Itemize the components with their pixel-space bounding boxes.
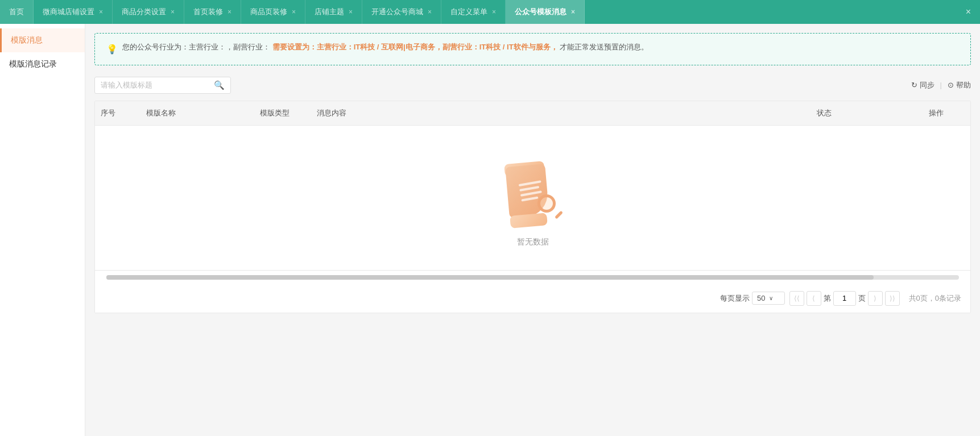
tab-bar: 首页 微商城店铺设置 × 商品分类设置 × 首页装修 × 商品页装修 × 店铺主… xyxy=(0,0,980,24)
sync-label: 同步 xyxy=(920,80,934,90)
sidebar-item-template-msg[interactable]: 模版消息 xyxy=(0,28,85,52)
info-banner-suffix: 才能正常发送预置的消息。 xyxy=(560,43,648,51)
search-input[interactable] xyxy=(101,81,214,89)
col-content-label: 消息内容 xyxy=(317,109,346,117)
col-status: 状态 xyxy=(811,101,902,125)
col-seq: 序号 xyxy=(95,101,140,125)
prev-page-icon: ⟨ xyxy=(812,294,815,302)
tab-custom-menu[interactable]: 自定义菜单 × xyxy=(441,0,506,24)
col-status-label: 状态 xyxy=(817,109,832,117)
first-page-icon: ⟨⟨ xyxy=(794,294,800,302)
main-layout: 模版消息 模版消息记录 💡 您的公众号行业为：主营行业：，副营行业： 需要设置为… xyxy=(0,24,980,436)
close-tab-home-decor[interactable]: × xyxy=(228,8,231,16)
tab-shop-setting-label: 微商城店铺设置 xyxy=(43,7,94,17)
per-page-label: 每页显示 xyxy=(720,293,750,304)
next-page-icon: ⟩ xyxy=(874,294,876,302)
col-action-label: 操作 xyxy=(929,109,944,117)
tab-open-mall[interactable]: 开通公众号商城 × xyxy=(362,0,441,24)
info-banner-prefix: 您的公众号行业为：主营行业：，副营行业： xyxy=(122,43,270,51)
tab-product-decor-label: 商品页装修 xyxy=(250,7,287,17)
page-unit-label: 页 xyxy=(858,293,866,304)
search-box: 🔍 xyxy=(94,77,231,94)
per-page-select: 每页显示 50 ∨ xyxy=(720,292,784,305)
empty-state: 暂无数据 xyxy=(95,126,970,270)
info-banner: 💡 您的公众号行业为：主营行业：，副营行业： 需要设置为：主营行业：IT科技 /… xyxy=(94,33,971,65)
tab-open-mall-label: 开通公众号商城 xyxy=(371,7,423,17)
last-page-icon: ⟩⟩ xyxy=(890,294,895,302)
tab-category-setting[interactable]: 商品分类设置 × xyxy=(113,0,184,24)
first-page-button[interactable]: ⟨⟨ xyxy=(789,291,804,306)
scrollbar-track xyxy=(106,275,959,280)
tab-custom-menu-label: 自定义菜单 xyxy=(450,7,487,17)
col-seq-label: 序号 xyxy=(101,109,115,117)
col-name-label: 模版名称 xyxy=(146,109,176,117)
data-table: 序号 模版名称 模版类型 消息内容 状态 操作 xyxy=(94,101,971,313)
magnify-circle xyxy=(537,194,556,213)
help-circle-icon: ⊙ xyxy=(948,81,954,89)
scroll-line-4 xyxy=(521,196,538,201)
chevron-down-icon: ∨ xyxy=(769,295,773,301)
help-button[interactable]: ⊙ 帮助 xyxy=(948,80,971,90)
horizontal-scrollbar[interactable] xyxy=(95,270,970,284)
info-banner-highlight: 需要设置为：主营行业：IT科技 / 互联网|电子商务，副营行业：IT科技 / I… xyxy=(272,43,558,51)
tab-product-decor[interactable]: 商品页装修 × xyxy=(241,0,305,24)
close-tab-shop-theme[interactable]: × xyxy=(349,8,353,16)
magnify-icon xyxy=(537,194,563,219)
tab-template-msg-label: 公众号模板消息 xyxy=(515,7,567,17)
scrollbar-thumb xyxy=(106,275,874,280)
empty-text: 暂无数据 xyxy=(517,237,549,247)
col-action: 操作 xyxy=(902,101,970,125)
tab-shop-theme-label: 店铺主题 xyxy=(315,7,344,17)
tab-shop-setting[interactable]: 微商城店铺设置 × xyxy=(34,0,113,24)
prev-page-button[interactable]: ⟨ xyxy=(807,291,821,306)
close-tab-template-msg[interactable]: × xyxy=(571,8,575,16)
search-icon[interactable]: 🔍 xyxy=(214,80,225,90)
next-page-button[interactable]: ⟩ xyxy=(868,291,883,306)
sidebar-item-template-msg-record-label: 模版消息记录 xyxy=(9,59,57,68)
page-size-dropdown[interactable]: 50 ∨ xyxy=(752,292,784,305)
col-name: 模版名称 xyxy=(140,101,254,125)
sync-button[interactable]: ↻ 同步 xyxy=(911,80,934,90)
close-all-tabs[interactable]: × xyxy=(957,7,980,17)
close-tab-category-setting[interactable]: × xyxy=(171,8,175,16)
toolbar: 🔍 ↻ 同步 | ⊙ 帮助 xyxy=(94,77,971,94)
tab-home-label: 首页 xyxy=(9,7,24,17)
total-info: 共0页，0条记录 xyxy=(909,293,961,304)
tab-category-setting-label: 商品分类设置 xyxy=(122,7,166,17)
help-label: 帮助 xyxy=(956,80,971,90)
magnify-handle xyxy=(555,210,563,219)
close-tab-custom-menu[interactable]: × xyxy=(492,8,496,16)
divider: | xyxy=(940,81,942,89)
col-type-label: 模版类型 xyxy=(260,109,290,117)
tab-shop-theme[interactable]: 店铺主题 × xyxy=(305,0,362,24)
sidebar: 模版消息 模版消息记录 xyxy=(0,24,85,436)
info-banner-text: 您的公众号行业为：主营行业：，副营行业： 需要设置为：主营行业：IT科技 / 互… xyxy=(122,41,648,53)
content-area: 💡 您的公众号行业为：主营行业：，副营行业： 需要设置为：主营行业：IT科技 /… xyxy=(85,24,980,436)
last-page-button[interactable]: ⟩⟩ xyxy=(885,291,900,306)
close-tab-product-decor[interactable]: × xyxy=(292,8,296,16)
col-content: 消息内容 xyxy=(311,101,811,125)
col-type: 模版类型 xyxy=(254,101,311,125)
tab-home-decor[interactable]: 首页装修 × xyxy=(184,0,241,24)
table-header: 序号 模版名称 模版类型 消息内容 状态 操作 xyxy=(95,101,970,126)
pagination: 每页显示 50 ∨ ⟨⟨ ⟨ 第 页 xyxy=(95,284,970,313)
sidebar-item-template-msg-record[interactable]: 模版消息记录 xyxy=(0,52,85,76)
page-nav: ⟨⟨ ⟨ 第 页 ⟩ ⟩⟩ xyxy=(789,291,900,306)
page-size-value: 50 xyxy=(757,294,765,302)
page-text-label: 第 xyxy=(824,293,831,304)
sidebar-item-template-msg-label: 模版消息 xyxy=(11,35,43,44)
close-tab-open-mall[interactable]: × xyxy=(428,8,432,16)
tab-home-decor-label: 首页装修 xyxy=(193,7,223,17)
scroll-line-2 xyxy=(519,185,539,191)
scroll-line-1 xyxy=(518,180,541,186)
toolbar-right: ↻ 同步 | ⊙ 帮助 xyxy=(911,80,971,90)
bulb-icon: 💡 xyxy=(106,42,118,57)
close-tab-shop-setting[interactable]: × xyxy=(99,8,103,16)
tab-template-msg[interactable]: 公众号模板消息 × xyxy=(506,0,585,24)
page-number-input[interactable] xyxy=(833,291,856,306)
tab-home[interactable]: 首页 xyxy=(0,0,34,24)
sync-icon: ↻ xyxy=(911,81,917,89)
empty-icon xyxy=(499,160,567,228)
